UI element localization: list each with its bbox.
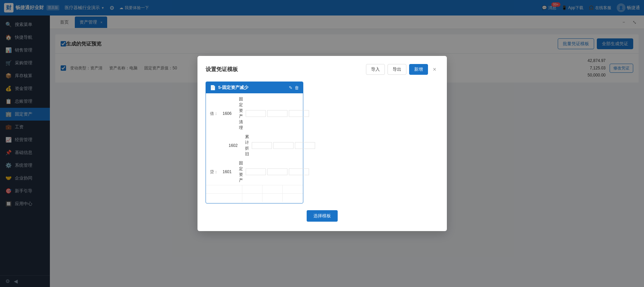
empty-cell-2 (242, 185, 263, 193)
template-card-title: 5-固定资产减少 (218, 85, 286, 91)
entry-col-1a (246, 110, 266, 117)
empty-cell-7 (263, 194, 283, 202)
template-card: 📄 5-固定资产减少 ✎ 🗑 借： 1606 (206, 82, 303, 203)
entry-name-2: 累计折旧 (245, 134, 249, 157)
template-empty-row-2 (206, 193, 303, 202)
entry-col-2c (295, 142, 315, 149)
export-button[interactable]: 导出 (388, 64, 406, 75)
entry-code-2: 1602 (229, 143, 242, 148)
template-entry-2: 1602 累计折旧 (206, 132, 303, 159)
import-button[interactable]: 导入 (366, 64, 385, 75)
entry-col-2a (252, 142, 272, 149)
entry-col-3a (246, 168, 266, 175)
modal-header: 设置凭证模板 导入 导出 新增 × (206, 64, 439, 75)
empty-cell-5 (206, 194, 242, 202)
template-doc-icon: 📄 (210, 85, 216, 90)
modal-overlay: 设置凭证模板 导入 导出 新增 × 📄 5-固定资产减少 (50, 15, 644, 287)
entry-code-1: 1606 (223, 111, 236, 116)
entry-cols-2 (252, 142, 315, 149)
template-entry-3: 贷： 1601 固定资产 (206, 159, 303, 185)
empty-cell-4 (283, 185, 303, 193)
entry-prefix-1: 借： (210, 111, 220, 117)
entry-prefix-3: 贷： (210, 169, 220, 175)
modal-close-button[interactable]: × (431, 65, 439, 73)
content-area: 首页 资产管理 × － ⤡ 生成的凭证预览 批量凭证模板 (50, 15, 644, 287)
main-area: 🔍 搜索菜单 🏠 快捷导航 📊 销售管理 🛒 采购管理 📦 库存核 (0, 15, 644, 287)
modal-title: 设置凭证模板 (206, 66, 238, 73)
entry-col-1c (289, 110, 309, 117)
entry-col-2b (273, 142, 294, 149)
new-template-button[interactable]: 新增 (409, 64, 428, 75)
entry-code-3: 1601 (223, 169, 236, 174)
app-wrapper: 财 畅捷通好业财 普及版 医疗器械行业演示 ▼ ⚙ ☁ 我要体验一下 💬 消息 … (0, 0, 644, 287)
entry-col-1b (267, 110, 287, 117)
template-edit-icon[interactable]: ✎ (289, 85, 293, 90)
template-card-actions: ✎ 🗑 (289, 85, 299, 90)
entry-cols-3 (246, 168, 309, 175)
empty-cell-1 (206, 185, 242, 193)
empty-cell-6 (242, 194, 263, 202)
modal-toolbar: 导入 导出 新增 × (366, 64, 439, 75)
entry-col-3c (289, 168, 309, 175)
modal: 设置凭证模板 导入 导出 新增 × 📄 5-固定资产减少 (197, 56, 447, 231)
empty-cell-3 (263, 185, 283, 193)
entry-name-1: 固定资产清理 (239, 96, 243, 131)
template-card-header: 📄 5-固定资产减少 ✎ 🗑 (206, 82, 303, 93)
empty-cell-8 (283, 194, 303, 202)
entry-cols-1 (246, 110, 309, 117)
template-empty-row-1 (206, 185, 303, 193)
template-delete-icon[interactable]: 🗑 (295, 85, 299, 90)
select-template-button[interactable]: 选择模板 (307, 210, 338, 222)
entry-col-3b (267, 168, 287, 175)
template-card-body: 借： 1606 固定资产清理 (206, 93, 303, 203)
entry-name-3: 固定资产 (239, 160, 243, 183)
template-entry-1: 借： 1606 固定资产清理 (206, 95, 303, 132)
